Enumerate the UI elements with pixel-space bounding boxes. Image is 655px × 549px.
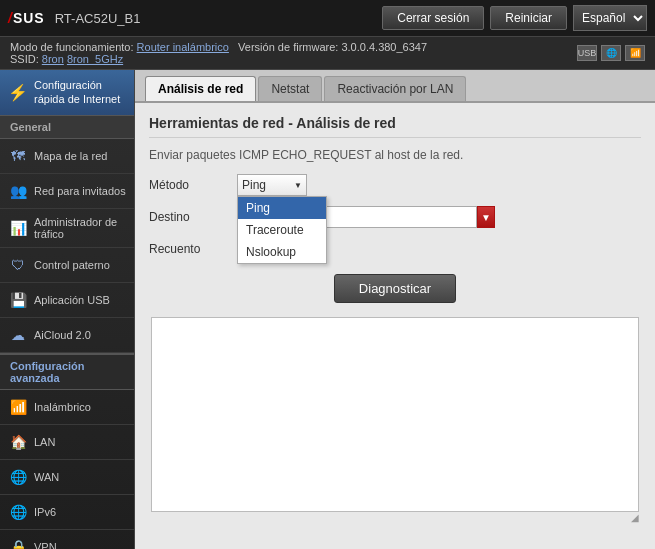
usb-label: Aplicación USB: [34, 294, 110, 306]
asus-logo: /SUS: [8, 10, 45, 26]
control-icon: 🛡: [8, 255, 28, 275]
method-row: Método Ping ▼ Ping Traceroute Nslookup: [149, 174, 641, 196]
content-area: Análisis de red Netstat Reactivación por…: [135, 70, 655, 549]
main-layout: ⚡ Configuración rápida de Internet Gener…: [0, 70, 655, 549]
advanced-section-title: Configuración avanzada: [0, 353, 134, 390]
dropdown-arrow-icon: ▼: [294, 181, 302, 190]
page-title: Herramientas de red - Análisis de red: [149, 115, 641, 138]
cerrar-sesion-button[interactable]: Cerrar sesión: [382, 6, 484, 30]
info-icons: USB 🌐 📶: [577, 45, 645, 61]
ssid1-link[interactable]: 8ron: [42, 53, 64, 65]
lan-label: LAN: [34, 436, 55, 448]
sidebar-item-mapa[interactable]: 🗺 Mapa de la red: [0, 139, 134, 174]
method-select-display[interactable]: Ping ▼: [237, 174, 307, 196]
ipv6-icon: 🌐: [8, 502, 28, 522]
sidebar-item-inalambrico[interactable]: 📶 Inalámbrico: [0, 390, 134, 425]
reiniciar-button[interactable]: Reiniciar: [490, 6, 567, 30]
sidebar-item-red-invitados[interactable]: 👥 Red para invitados: [0, 174, 134, 209]
sidebar-item-aicloud[interactable]: ☁ AiCloud 2.0: [0, 318, 134, 353]
method-option-traceroute[interactable]: Traceroute: [238, 219, 326, 241]
mapa-icon: 🗺: [8, 146, 28, 166]
wan-icon: 🌐: [8, 467, 28, 487]
description-text: Enviar paquetes ICMP ECHO_REQUEST al hos…: [149, 148, 641, 162]
lan-icon: 🏠: [8, 432, 28, 452]
page-content: Herramientas de red - Análisis de red En…: [135, 103, 655, 535]
ssid2-link[interactable]: 8ron_5GHz: [67, 53, 123, 65]
method-option-nslookup[interactable]: Nslookup: [238, 241, 326, 263]
destino-label: Destino: [149, 210, 229, 224]
sidebar-item-trafico[interactable]: 📊 Administrador de tráfico: [0, 209, 134, 248]
sidebar-item-control[interactable]: 🛡 Control paterno: [0, 248, 134, 283]
recuento-label: Recuento: [149, 242, 229, 256]
top-bar: /SUS RT-AC52U_B1 Cerrar sesión Reiniciar…: [0, 0, 655, 36]
resize-handle[interactable]: ◢: [149, 512, 641, 523]
trafico-icon: 📊: [8, 218, 28, 238]
inet-icon: 🌐: [601, 45, 621, 61]
method-option-ping[interactable]: Ping: [238, 197, 326, 219]
red-invitados-label: Red para invitados: [34, 185, 126, 197]
tab-analisis[interactable]: Análisis de red: [145, 76, 256, 101]
ipv6-label: IPv6: [34, 506, 56, 518]
sidebar: ⚡ Configuración rápida de Internet Gener…: [0, 70, 135, 549]
control-label: Control paterno: [34, 259, 110, 271]
language-select[interactable]: Español: [573, 5, 647, 31]
wifi-adv-icon: 📶: [8, 397, 28, 417]
diagnosticar-button[interactable]: Diagnosticar: [334, 274, 456, 303]
bolt-icon: ⚡: [8, 83, 28, 102]
router-mode-link[interactable]: Router inalámbrico: [137, 41, 229, 53]
output-area: [151, 317, 639, 512]
destino-dropdown-btn[interactable]: ▼: [477, 206, 495, 228]
usb-app-icon: 💾: [8, 290, 28, 310]
quick-setup-label: Configuración rápida de Internet: [34, 78, 126, 107]
aicloud-icon: ☁: [8, 325, 28, 345]
trafico-label: Administrador de tráfico: [34, 216, 126, 240]
inalambrico-label: Inalámbrico: [34, 401, 91, 413]
method-dropdown: Ping Traceroute Nslookup: [237, 196, 327, 264]
model-name: RT-AC52U_B1: [51, 11, 380, 26]
sidebar-item-vpn[interactable]: 🔒 VPN: [0, 530, 134, 549]
tab-reactivacion[interactable]: Reactivación por LAN: [324, 76, 466, 101]
vpn-label: VPN: [34, 541, 57, 549]
mapa-label: Mapa de la red: [34, 150, 107, 162]
tab-netstat[interactable]: Netstat: [258, 76, 322, 101]
recuento-row: Recuento: [149, 238, 641, 260]
destino-row: Destino ▼: [149, 206, 641, 228]
vpn-icon: 🔒: [8, 537, 28, 549]
tab-bar: Análisis de red Netstat Reactivación por…: [135, 70, 655, 103]
sidebar-item-wan[interactable]: 🌐 WAN: [0, 460, 134, 495]
firmware-info: Modo de funcionamiento: Router inalámbri…: [10, 41, 427, 65]
method-select-wrapper: Ping ▼ Ping Traceroute Nslookup: [237, 174, 307, 196]
method-label: Método: [149, 178, 229, 192]
info-bar: Modo de funcionamiento: Router inalámbri…: [0, 36, 655, 70]
usb-icon: USB: [577, 45, 597, 61]
wan-label: WAN: [34, 471, 59, 483]
sidebar-item-lan[interactable]: 🏠 LAN: [0, 425, 134, 460]
general-section-title: General: [0, 116, 134, 139]
method-selected-value: Ping: [242, 178, 266, 192]
sidebar-item-usb[interactable]: 💾 Aplicación USB: [0, 283, 134, 318]
wifi-icon: 📶: [625, 45, 645, 61]
sidebar-item-ipv6[interactable]: 🌐 IPv6: [0, 495, 134, 530]
aicloud-label: AiCloud 2.0: [34, 329, 91, 341]
red-invitados-icon: 👥: [8, 181, 28, 201]
quick-setup-item[interactable]: ⚡ Configuración rápida de Internet: [0, 70, 134, 116]
